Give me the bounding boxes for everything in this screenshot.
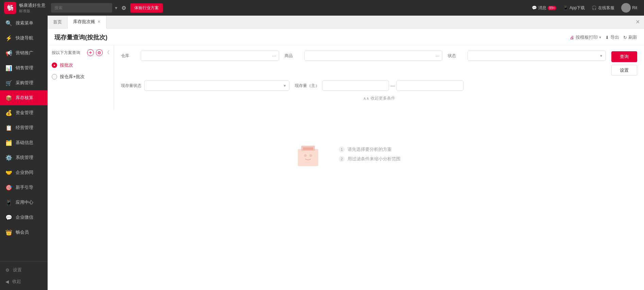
sidebar-item-operations[interactable]: 📋 经营管理 bbox=[0, 120, 48, 135]
top-search-area: ▾ ⚙ 体验行业方案 bbox=[51, 3, 529, 13]
experience-btn[interactable]: 体验行业方案 bbox=[130, 3, 163, 13]
stock-qty-max-input[interactable] bbox=[396, 80, 463, 91]
sidebar-settings-label: 设置 bbox=[13, 267, 22, 273]
sidebar-purchase-icon: 🛒 bbox=[5, 79, 12, 86]
hint-number-1: 1 bbox=[339, 146, 345, 152]
sidebar-item-system[interactable]: ⚙️ 系统管理 bbox=[0, 150, 48, 165]
app-brand: 畅康通好生意 标准版 bbox=[19, 2, 46, 14]
status-chevron-icon[interactable]: ▼ bbox=[599, 54, 603, 58]
sidebar-basic-label: 基础信息 bbox=[16, 140, 33, 146]
scheme-settings-btn[interactable]: ⚙ bbox=[96, 49, 103, 56]
user-name: Rit bbox=[632, 5, 637, 10]
product-input[interactable]: ··· bbox=[304, 51, 443, 61]
sidebar-item-member[interactable]: 👑 畅会员 bbox=[0, 225, 48, 240]
warehouse-input[interactable]: ··· bbox=[141, 51, 279, 61]
sidebar-item-quick-nav[interactable]: ⚡ 快捷导航 bbox=[0, 31, 48, 46]
stock-status-input[interactable]: ▼ bbox=[144, 80, 289, 91]
sidebar-item-sales[interactable]: 📊 销售管理 bbox=[0, 60, 48, 75]
hint-text-1: 请先选择要分析的方案 bbox=[348, 146, 392, 152]
warehouse-dots-icon[interactable]: ··· bbox=[272, 53, 276, 58]
collapse-icon: ◀ bbox=[5, 279, 9, 284]
close-tab-icon[interactable]: ✕ bbox=[635, 19, 640, 25]
sidebar-sales-icon: 📊 bbox=[5, 65, 12, 71]
online-service-nav-item[interactable]: 🎧 在线客服 bbox=[589, 4, 617, 12]
svg-rect-2 bbox=[303, 147, 313, 150]
scheme-collapse-icon[interactable]: 《 bbox=[105, 50, 109, 56]
stock-qty-range: — bbox=[322, 80, 463, 91]
sidebar-system-label: 系统管理 bbox=[16, 155, 33, 161]
sidebar-item-app-center[interactable]: 📱 应用中心 bbox=[0, 195, 48, 210]
sidebar-item-marketing[interactable]: 📢 营销推广 bbox=[0, 46, 48, 60]
tab-home[interactable]: 首页 bbox=[48, 16, 68, 29]
stock-status-label: 现存量状态 bbox=[121, 83, 141, 89]
sidebar-quick-nav-label: 快捷导航 bbox=[16, 35, 33, 41]
sidebar-search-menu-icon: 🔍 bbox=[5, 20, 12, 26]
svg-point-5 bbox=[309, 154, 312, 157]
warehouse-label: 仓库 bbox=[121, 53, 138, 59]
sidebar-inventory-label: 库存核算 bbox=[16, 95, 33, 101]
sidebar-marketing-label: 营销推广 bbox=[16, 50, 33, 56]
collapse-conditions-btn[interactable]: ∧∧ 收起更多条件 bbox=[121, 93, 637, 105]
sidebar-item-purchase[interactable]: 🛒 采购管理 bbox=[0, 75, 48, 90]
sidebar-item-basic[interactable]: 🗂️ 基础信息 bbox=[0, 135, 48, 150]
sidebar-member-label: 畅会员 bbox=[16, 229, 29, 235]
messages-nav-item[interactable]: 💬 消息 99+ bbox=[529, 4, 559, 12]
scheme-item-by-warehouse-batch[interactable]: 按仓库+批次 bbox=[48, 71, 114, 83]
scheme-header-actions: + ⚙ 《 bbox=[87, 49, 109, 56]
print-template-btn[interactable]: 按模板打印 bbox=[576, 34, 598, 40]
stock-qty-min-input[interactable] bbox=[322, 80, 389, 91]
status-input[interactable]: ▼ bbox=[468, 51, 606, 61]
refresh-btn[interactable]: ↻ 刷新 bbox=[623, 34, 637, 40]
tab-close-inventory-batch[interactable]: ✕ bbox=[97, 19, 101, 24]
settings-button[interactable]: 设置 bbox=[611, 65, 637, 76]
sidebar-enterprise-wechat-label: 企业微信 bbox=[16, 214, 33, 220]
page-actions: 🖨 按模板打印 ▾ ⬇ 导出 ↻ 刷新 bbox=[570, 34, 637, 40]
user-nav-item[interactable]: Rit bbox=[618, 2, 640, 14]
sidebar: 🔍 搜索菜单 ⚡ 快捷导航 📢 营销推广 📊 销售管理 🛒 采购管理 📦 库存核… bbox=[0, 16, 48, 290]
app-title: 畅康通好生意 bbox=[19, 2, 46, 8]
sidebar-purchase-label: 采购管理 bbox=[16, 80, 33, 86]
scheme-dot-by-warehouse-batch bbox=[52, 74, 57, 79]
search-dropdown-icon[interactable]: ▾ bbox=[115, 5, 117, 11]
scheme-panel: 按以下方案查询 + ⚙ 《 ● 按批次 按仓库+批次 bbox=[48, 45, 114, 110]
tab-inventory-batch[interactable]: 库存批次账✕ bbox=[68, 16, 106, 29]
sidebar-inventory-icon: 📦 bbox=[5, 94, 12, 101]
sidebar-item-enterprise[interactable]: 🤝 企业协同 bbox=[0, 165, 48, 180]
export-btn[interactable]: ⬇ 导出 bbox=[605, 34, 619, 40]
sidebar-operations-label: 经营管理 bbox=[16, 125, 33, 131]
messages-label: 消息 bbox=[538, 5, 546, 11]
page-content: 现存量查询(按批次) 🖨 按模板打印 ▾ ⬇ 导出 ↻ 刷新 bbox=[48, 29, 644, 290]
sidebar-item-inventory[interactable]: 📦 库存核算 bbox=[0, 90, 48, 105]
sidebar-app-center-label: 应用中心 bbox=[16, 199, 33, 205]
query-button[interactable]: 查询 bbox=[611, 51, 637, 62]
stock-status-chevron-icon[interactable]: ▼ bbox=[283, 84, 286, 88]
sidebar-settings[interactable]: ⚙ 设置 bbox=[0, 264, 48, 276]
export-label: 导出 bbox=[610, 34, 619, 40]
app-download-nav-item[interactable]: 📱 App下载 bbox=[560, 4, 588, 12]
headset-icon: 🎧 bbox=[592, 5, 597, 10]
sidebar-app-center-icon: 📱 bbox=[5, 199, 12, 206]
filter-section: 按以下方案查询 + ⚙ 《 ● 按批次 按仓库+批次 bbox=[48, 45, 644, 110]
product-dots-icon[interactable]: ··· bbox=[436, 53, 440, 58]
sidebar-enterprise-label: 企业协同 bbox=[16, 169, 33, 176]
app-logo: 畅 bbox=[4, 2, 16, 14]
sidebar-item-newbie[interactable]: 🎯 新手引导 bbox=[0, 180, 48, 195]
sidebar-newbie-icon: 🎯 bbox=[5, 184, 12, 191]
sidebar-search-menu-label: 搜索菜单 bbox=[16, 20, 33, 26]
scheme-label-by-warehouse-batch: 按仓库+批次 bbox=[60, 74, 85, 80]
scheme-item-by-batch[interactable]: ● 按批次 bbox=[48, 59, 114, 71]
print-template-area: 🖨 按模板打印 ▾ bbox=[570, 34, 601, 40]
app-subtitle: 标准版 bbox=[19, 8, 46, 14]
sidebar-item-enterprise-wechat[interactable]: 💬 企业微信 bbox=[0, 210, 48, 225]
scheme-add-btn[interactable]: + bbox=[87, 49, 94, 56]
print-icon: 🖨 bbox=[570, 35, 574, 40]
top-search-input[interactable] bbox=[51, 3, 112, 13]
print-dropdown-icon[interactable]: ▾ bbox=[599, 35, 601, 40]
sidebar-item-search-menu[interactable]: 🔍 搜索菜单 bbox=[0, 16, 48, 31]
sidebar-item-finance[interactable]: 💰 资金管理 bbox=[0, 105, 48, 120]
top-bar: 畅 畅康通好生意 标准版 ▾ ⚙ 体验行业方案 💬 消息 99+ 📱 App下载… bbox=[0, 0, 644, 16]
top-gear-icon[interactable]: ⚙ bbox=[120, 3, 128, 13]
svg-point-4 bbox=[304, 154, 307, 157]
sidebar-collapse[interactable]: ◀ 收起 bbox=[0, 276, 48, 287]
sidebar-collapse-label: 收起 bbox=[12, 278, 21, 285]
